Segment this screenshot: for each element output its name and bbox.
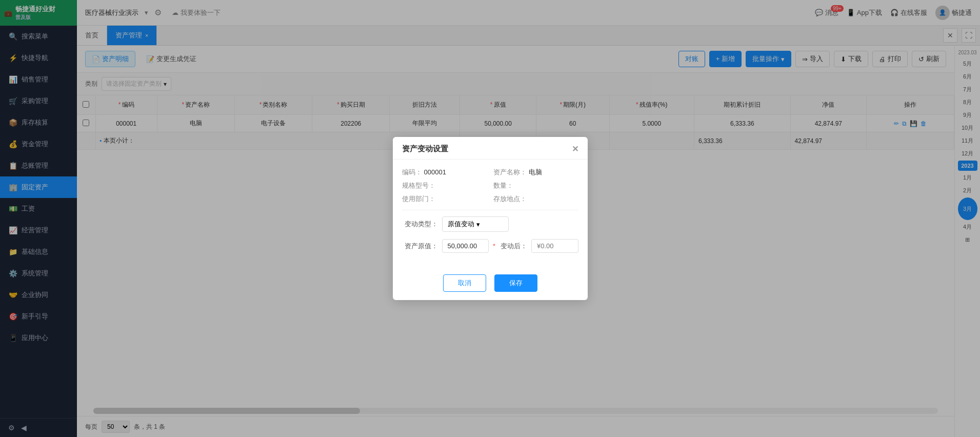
modal-original-value-label: 资产原值：: [402, 242, 438, 251]
asset-change-modal: 资产变动设置 ✕ 编码： 000001 资产名称： 电脑 规格型号： 数量：: [393, 137, 588, 300]
modal-body: 编码： 000001 资产名称： 电脑 规格型号： 数量： 使用部门：: [393, 160, 588, 268]
modal-cancel-btn[interactable]: 取消: [443, 274, 486, 292]
modal-spec-label: 规格型号：: [402, 181, 435, 190]
modal-after-change-label: 变动后：: [501, 242, 527, 251]
modal-change-type-field: 变动类型： 原值变动 ▾: [402, 216, 578, 232]
modal-dept: 使用部门：: [402, 194, 487, 204]
modal-qty: 数量：: [493, 181, 578, 190]
modal-overlay: 资产变动设置 ✕ 编码： 000001 资产名称： 电脑 规格型号： 数量：: [0, 0, 980, 437]
modal-assetname-value: 电脑: [529, 168, 542, 177]
modal-footer: 取消 保存: [393, 268, 588, 300]
modal-change-type-select[interactable]: 原值变动 ▾: [442, 216, 509, 232]
modal-location: 存放地点：: [493, 194, 578, 204]
modal-assetname-label: 资产名称：: [493, 168, 527, 177]
modal-divider: [402, 210, 578, 210]
modal-qty-label: 数量：: [493, 181, 513, 190]
modal-close-btn[interactable]: ✕: [572, 144, 578, 154]
modal-after-change-input[interactable]: [531, 239, 578, 253]
modal-spec: 规格型号：: [402, 181, 487, 190]
modal-dept-label: 使用部门：: [402, 194, 435, 204]
modal-header: 资产变动设置 ✕: [393, 137, 588, 160]
modal-required-star: *: [493, 242, 495, 250]
modal-location-label: 存放地点：: [493, 194, 527, 204]
modal-code-value: 000001: [424, 168, 446, 176]
modal-change-type-dropdown-icon: ▾: [476, 221, 480, 228]
modal-change-type-value: 原值变动: [448, 220, 474, 229]
modal-code: 编码： 000001: [402, 168, 487, 177]
modal-asset-name: 资产名称： 电脑: [493, 168, 578, 177]
modal-title: 资产变动设置: [402, 144, 448, 154]
modal-original-value-field: 资产原值： 50,000.00 * 变动后：: [402, 239, 578, 253]
modal-original-value-value: 50,000.00: [442, 239, 489, 253]
modal-save-btn[interactable]: 保存: [494, 274, 537, 292]
modal-change-type-label: 变动类型：: [402, 220, 438, 229]
modal-code-label: 编码：: [402, 168, 422, 177]
modal-info-grid: 编码： 000001 资产名称： 电脑 规格型号： 数量： 使用部门：: [402, 168, 578, 204]
